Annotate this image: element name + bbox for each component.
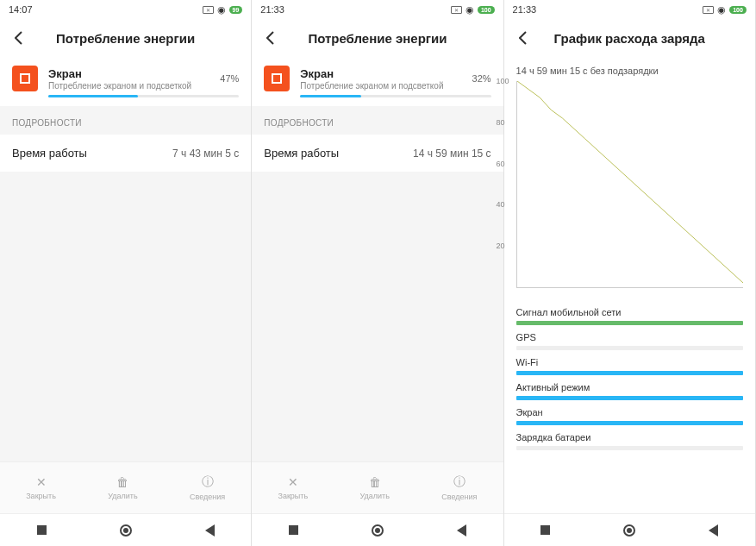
nav-recents[interactable] xyxy=(540,525,550,535)
timeline-row[interactable]: Сигнал мобильной сети xyxy=(516,307,743,325)
toolbar-info[interactable]: ⓘСведения xyxy=(441,474,477,501)
timeline-row[interactable]: Wi-Fi xyxy=(516,357,743,375)
wifi-icon: ◉ xyxy=(465,4,474,16)
app-percent: 47% xyxy=(220,73,239,84)
y-tick: 20 xyxy=(497,242,505,250)
timeline-label: GPS xyxy=(516,332,743,342)
battery-icon: 99 xyxy=(229,6,243,14)
timeline-row[interactable]: GPS xyxy=(516,332,743,350)
back-button[interactable] xyxy=(7,26,31,50)
detail-label: Время работы xyxy=(12,147,87,160)
nav-recents[interactable] xyxy=(289,525,298,535)
timeline-bar xyxy=(516,346,743,350)
phone-pane-2: 21:33 ✕ ◉ 100 График расхода заряда 14 ч… xyxy=(504,0,756,546)
app-row[interactable]: Экран Потребление экраном и подсветкой 3… xyxy=(252,57,503,91)
close-icon: ✕ xyxy=(36,475,47,489)
page-title: Потребление энергии xyxy=(31,31,220,46)
timeline-label: Зарядка батареи xyxy=(516,432,743,442)
timeline-row[interactable]: Активный режим xyxy=(516,382,743,400)
wifi-icon: ◉ xyxy=(217,4,226,16)
toolbar-info[interactable]: ⓘСведения xyxy=(190,474,225,501)
header: Потребление энергии xyxy=(252,19,503,57)
nav-back[interactable] xyxy=(709,524,718,537)
status-time: 21:33 xyxy=(513,4,537,15)
nav-home[interactable] xyxy=(120,524,132,537)
sim-icon: ✕ xyxy=(451,6,462,14)
nav-bar xyxy=(504,513,755,546)
detail-row: Время работы 7 ч 43 мин 5 с xyxy=(0,135,251,172)
chart-meta: 14 ч 59 мин 15 с без подзарядки xyxy=(504,57,755,81)
y-tick: 40 xyxy=(497,200,505,209)
trash-icon: 🗑 xyxy=(116,475,128,489)
battery-chart[interactable]: 10080604020 xyxy=(504,81,755,297)
page-title: График расхода заряда xyxy=(535,31,724,46)
timeline-label: Wi-Fi xyxy=(516,357,743,367)
y-tick: 80 xyxy=(497,118,505,127)
back-button[interactable] xyxy=(511,26,535,50)
nav-bar xyxy=(0,513,251,546)
wifi-icon: ◉ xyxy=(717,4,726,16)
battery-icon: 100 xyxy=(729,6,747,14)
phone-pane-1: 21:33 ✕ ◉ 100 Потребление энергии Экран … xyxy=(252,0,503,546)
app-info: Экран Потребление экраном и подсветкой xyxy=(48,67,220,91)
nav-bar xyxy=(252,513,503,546)
trash-icon: 🗑 xyxy=(369,475,381,489)
timeline-bar xyxy=(516,421,743,425)
timeline-section: Сигнал мобильной сетиGPSWi-FiАктивный ре… xyxy=(504,297,755,459)
nav-recents[interactable] xyxy=(37,525,47,535)
status-icons: ✕ ◉ 99 xyxy=(203,4,243,16)
sim-icon: ✕ xyxy=(703,6,714,14)
status-icons: ✕ ◉ 100 xyxy=(451,4,495,16)
timeline-bar xyxy=(516,321,743,325)
content: Экран Потребление экраном и подсветкой 4… xyxy=(0,57,251,513)
y-tick: 60 xyxy=(497,160,505,168)
app-bar xyxy=(0,91,251,106)
detail-value: 14 ч 59 мин 15 с xyxy=(413,147,491,160)
nav-home[interactable] xyxy=(372,524,384,537)
timeline-label: Активный режим xyxy=(516,382,743,392)
battery-icon: 100 xyxy=(478,6,495,14)
nav-back[interactable] xyxy=(457,524,466,537)
status-icons: ✕ ◉ 100 xyxy=(703,4,747,16)
screen-icon xyxy=(264,66,290,91)
close-icon: ✕ xyxy=(288,475,298,489)
toolbar-delete[interactable]: 🗑Удалить xyxy=(108,475,137,500)
phone-pane-0: 14:07 ✕ ◉ 99 Потребление энергии Экран П… xyxy=(0,0,252,546)
page-title: Потребление энергии xyxy=(283,31,472,46)
timeline-bar xyxy=(516,446,743,450)
header: График расхода заряда xyxy=(504,19,755,57)
app-info: Экран Потребление экраном и подсветкой xyxy=(300,67,472,91)
timeline-label: Экран xyxy=(516,407,743,417)
content: 14 ч 59 мин 15 с без подзарядки 10080604… xyxy=(504,57,755,513)
sim-icon: ✕ xyxy=(203,6,214,14)
timeline-row[interactable]: Экран xyxy=(516,407,743,425)
app-subtitle: Потребление экраном и подсветкой xyxy=(48,81,220,91)
toolbar-delete[interactable]: 🗑Удалить xyxy=(360,475,390,500)
bottom-toolbar: ✕Закрыть 🗑Удалить ⓘСведения xyxy=(0,461,251,513)
detail-value: 7 ч 43 мин 5 с xyxy=(172,147,239,160)
toolbar-close[interactable]: ✕Закрыть xyxy=(26,475,56,500)
status-bar: 21:33 ✕ ◉ 100 xyxy=(504,0,755,19)
timeline-row[interactable]: Зарядка батареи xyxy=(516,432,743,450)
app-row[interactable]: Экран Потребление экраном и подсветкой 4… xyxy=(0,57,251,91)
toolbar-close[interactable]: ✕Закрыть xyxy=(278,475,308,500)
content: Экран Потребление экраном и подсветкой 3… xyxy=(252,57,503,513)
timeline-label: Сигнал мобильной сети xyxy=(516,307,743,317)
app-subtitle: Потребление экраном и подсветкой xyxy=(300,81,472,91)
timeline-bar xyxy=(516,371,743,375)
info-icon: ⓘ xyxy=(453,474,465,490)
section-label: ПОДРОБНОСТИ xyxy=(0,106,251,135)
screen-icon xyxy=(12,66,38,91)
info-icon: ⓘ xyxy=(202,474,214,490)
status-bar: 21:33 ✕ ◉ 100 xyxy=(252,0,503,19)
back-button[interactable] xyxy=(259,26,283,50)
app-percent: 32% xyxy=(472,73,491,84)
status-bar: 14:07 ✕ ◉ 99 xyxy=(0,0,251,19)
nav-back[interactable] xyxy=(205,524,215,537)
section-label: ПОДРОБНОСТИ xyxy=(252,106,503,135)
nav-home[interactable] xyxy=(623,524,635,537)
app-bar xyxy=(252,91,503,106)
app-name: Экран xyxy=(48,67,220,80)
y-tick: 100 xyxy=(497,77,509,85)
detail-label: Время работы xyxy=(264,147,339,160)
